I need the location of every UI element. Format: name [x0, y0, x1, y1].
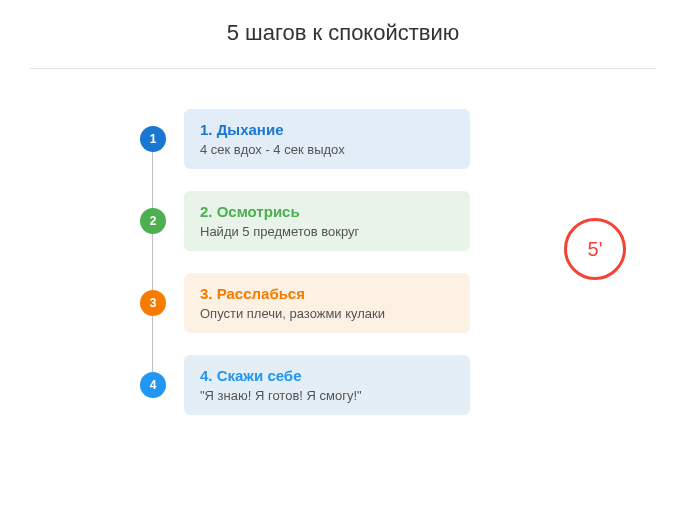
step-dot-1: 1: [140, 126, 166, 152]
step-card-1: 1. Дыхание 4 сек вдох - 4 сек выдох: [184, 109, 470, 169]
steps-list: 1 1. Дыхание 4 сек вдох - 4 сек выдох 2 …: [140, 109, 470, 415]
step-title: 3. Расслабься: [200, 285, 454, 302]
step-title: 1. Дыхание: [200, 121, 454, 138]
step-card-2: 2. Осмотрись Найди 5 предметов вокруг: [184, 191, 470, 251]
step-card-4: 4. Скажи себе "Я знаю! Я готов! Я смогу!…: [184, 355, 470, 415]
step-title: 4. Скажи себе: [200, 367, 454, 384]
step-row: 4 4. Скажи себе "Я знаю! Я готов! Я смог…: [140, 355, 470, 415]
step-row: 2 2. Осмотрись Найди 5 предметов вокруг: [140, 191, 470, 251]
step-dot-4: 4: [140, 372, 166, 398]
divider: [30, 68, 656, 69]
step-sub: Найди 5 предметов вокруг: [200, 224, 454, 239]
step-row: 3 3. Расслабься Опусти плечи, разожми ку…: [140, 273, 470, 333]
step-row: 1 1. Дыхание 4 сек вдох - 4 сек выдох: [140, 109, 470, 169]
page-title: 5 шагов к спокойствию: [30, 20, 656, 68]
timer-badge: 5': [564, 218, 626, 280]
step-title: 2. Осмотрись: [200, 203, 454, 220]
step-sub: Опусти плечи, разожми кулаки: [200, 306, 454, 321]
step-sub: "Я знаю! Я готов! Я смогу!": [200, 388, 454, 403]
step-dot-2: 2: [140, 208, 166, 234]
step-sub: 4 сек вдох - 4 сек выдох: [200, 142, 454, 157]
step-dot-3: 3: [140, 290, 166, 316]
step-card-3: 3. Расслабься Опусти плечи, разожми кула…: [184, 273, 470, 333]
